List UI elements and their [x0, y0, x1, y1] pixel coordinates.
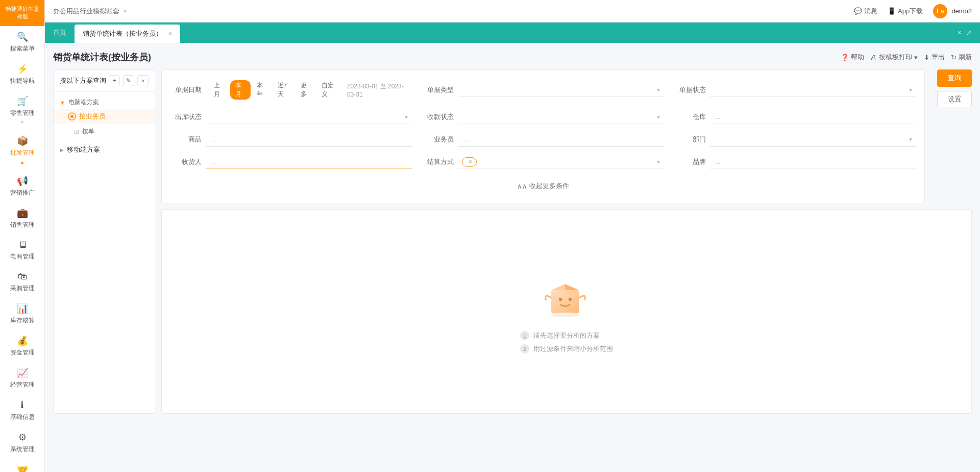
tab-home[interactable]: 首页 — [45, 22, 75, 43]
payment-dropdown-icon: ▾ — [657, 113, 660, 121]
messages-button[interactable]: 💬 消息 — [854, 7, 877, 16]
collapse-up-icon: ∧∧ — [517, 182, 527, 190]
sub-icon: ⊞ — [74, 128, 79, 135]
user-area[interactable]: Ea demo2 — [933, 4, 972, 18]
date-btn-7days[interactable]: 近7天 — [274, 80, 295, 100]
mobile-group-label: 移动端方案 — [67, 145, 100, 154]
settlement-tag: × — [462, 157, 477, 167]
window-close-button[interactable]: × — [958, 29, 962, 37]
date-btn-more[interactable]: 更多 — [297, 80, 315, 100]
collapse-bar[interactable]: ∧∧ 收起更多条件 — [170, 177, 916, 195]
sidebar-item-label: 零售管理 — [10, 109, 35, 117]
refresh-button[interactable]: ↻ 刷新 — [951, 53, 972, 62]
sidebar-item-operation[interactable]: 📈 经营管理 — [0, 362, 44, 394]
query-button[interactable]: 查询 — [937, 69, 972, 87]
download-icon: 📱 — [888, 7, 896, 15]
export-button[interactable]: ⬇ 导出 — [924, 53, 945, 62]
collapse-icon: « — [141, 77, 145, 84]
date-control[interactable]: 上月 本月 本年 近7天 更多 自定义 2023-03-01 至 2023-03… — [206, 78, 412, 102]
scheme-edit-button[interactable]: ✎ — [123, 75, 134, 86]
empty-tip-1: 1 请先选择要分析的方案 — [520, 331, 613, 340]
mobile-group-arrow: ▶ — [60, 147, 64, 153]
refresh-label: 刷新 — [959, 53, 972, 62]
sidebar: 畅捷通好生意 标服 🔍 搜索菜单 ⚡ 快捷导航 🛒 零售管理 ▼ 📦 批发管理 … — [0, 0, 45, 472]
page-title: 销货单统计表(按业务员) — [53, 51, 151, 63]
mobile-scheme-group[interactable]: ▶ 移动端方案 — [54, 143, 155, 156]
refresh-icon: ↻ — [951, 54, 957, 61]
sidebar-item-label: 经营管理 — [10, 381, 35, 389]
payment-label: 收款状态 — [422, 112, 458, 122]
empty-tip-1-text: 请先选择要分析的方案 — [533, 331, 600, 340]
date-btn-thisyear[interactable]: 本年 — [253, 80, 271, 100]
print-button[interactable]: 🖨 按模板打印 ▾ — [870, 53, 918, 62]
breadcrumb-area: 办公用品行业模拟账套 ▾ — [53, 7, 127, 16]
marketing-icon: 📢 — [17, 175, 28, 186]
sidebar-item-label: 营销推广 — [10, 188, 35, 197]
app-download-button[interactable]: 📱 App下载 — [888, 7, 923, 16]
outbound-label: 出库状态 — [170, 112, 206, 122]
sidebar-item-ecommerce[interactable]: 🖥 电商管理 — [0, 234, 44, 266]
sidebar-item-sales[interactable]: 💼 销售管理 — [0, 202, 44, 234]
sidebar-item-collab[interactable]: 🤝 企业协同 — [0, 459, 44, 472]
sidebar-item-search[interactable]: 🔍 搜索菜单 — [0, 26, 44, 58]
filter-item-salesperson: 业务员 … — [422, 132, 664, 147]
breadcrumb-arrow-icon: ▾ — [124, 7, 127, 15]
sidebar-item-quicknav[interactable]: ⚡ 快捷导航 — [0, 58, 44, 90]
sidebar-item-baseinfo[interactable]: ℹ 基础信息 — [0, 394, 44, 427]
tab-active[interactable]: 销货单统计表（按业务员） × — [75, 25, 180, 43]
scheme-item-byymp[interactable]: 按业务员 — [54, 109, 155, 124]
payment-control[interactable]: ▾ — [458, 110, 664, 124]
warehouse-label: 仓库 — [674, 112, 710, 122]
goods-control[interactable]: … — [206, 132, 412, 147]
logo-text: 畅捷通好生意 标服 — [3, 5, 41, 21]
svg-marker-3 — [551, 284, 565, 290]
recipient-control[interactable]: … — [206, 155, 412, 169]
tab-close-icon[interactable]: × — [168, 30, 172, 37]
scheme-header: 按以下方案查询 + ✎ « — [54, 70, 155, 92]
desktop-group-header: ▼ 电脑端方案 — [54, 96, 155, 109]
breadcrumb: 办公用品行业模拟账套 — [53, 7, 119, 16]
recipient-dots: … — [210, 158, 216, 166]
logo[interactable]: 畅捷通好生意 标服 — [0, 0, 44, 26]
dept-dropdown-icon: ▾ — [909, 136, 912, 143]
scheme-item-bydan[interactable]: ⊞ 按单 — [54, 124, 155, 139]
sidebar-item-retail[interactable]: 🛒 零售管理 ▼ — [0, 90, 44, 130]
date-btn-lastmonth[interactable]: 上月 — [210, 80, 228, 100]
collapse-label: 收起更多条件 — [529, 181, 569, 191]
svg-point-5 — [551, 312, 579, 317]
sidebar-item-wholesale[interactable]: 📦 批发管理 ▲ — [0, 130, 44, 170]
sidebar-item-system[interactable]: ⚙ 系统管理 — [0, 427, 44, 459]
filter-row-4: 收货人 … 结算方式 × — [170, 155, 916, 169]
filter-item-outbound: 出库状态 ▾ — [170, 110, 412, 124]
scheme-add-button[interactable]: + — [109, 75, 120, 86]
date-btn-custom[interactable]: 自定义 — [317, 80, 341, 100]
type-control[interactable]: ▾ — [458, 83, 664, 97]
status-control[interactable]: ▾ — [710, 83, 916, 97]
sidebar-item-inventory[interactable]: 📊 库存核算 — [0, 298, 44, 330]
sidebar-item-label: 基础信息 — [10, 413, 35, 421]
set-button[interactable]: 设置 — [937, 91, 972, 107]
brand-label: 品牌 — [674, 157, 710, 167]
salesperson-control[interactable]: … — [458, 132, 664, 147]
sidebar-item-finance[interactable]: 💰 资金管理 — [0, 330, 44, 362]
brand-control[interactable]: … — [710, 155, 916, 169]
scheme-collapse-button[interactable]: « — [137, 75, 149, 86]
outbound-control[interactable]: ▾ — [206, 110, 412, 124]
operation-icon: 📈 — [17, 367, 28, 379]
settlement-control[interactable]: × ▾ — [458, 155, 664, 169]
settlement-tag-close[interactable]: × — [469, 158, 472, 166]
sidebar-item-label: 销售管理 — [10, 221, 35, 229]
sidebar-item-marketing[interactable]: 📢 营销推广 — [0, 170, 44, 202]
chevron-down-icon: ▼ — [20, 120, 25, 125]
help-button[interactable]: ❓ 帮助 — [841, 53, 864, 62]
svg-point-1 — [70, 115, 74, 118]
date-btn-thismonth[interactable]: 本月 — [230, 80, 251, 100]
home-tab-label: 首页 — [53, 28, 66, 37]
warehouse-control[interactable]: … — [710, 110, 916, 124]
scheme-actions: + ✎ « — [109, 75, 149, 86]
window-maximize-button[interactable]: ⤢ — [966, 29, 972, 37]
dept-control[interactable]: ▾ — [710, 132, 916, 147]
sidebar-item-label: 采购管理 — [10, 284, 35, 293]
sidebar-item-purchase[interactable]: 🛍 采购管理 — [0, 266, 44, 298]
edit-icon: ✎ — [126, 77, 131, 84]
